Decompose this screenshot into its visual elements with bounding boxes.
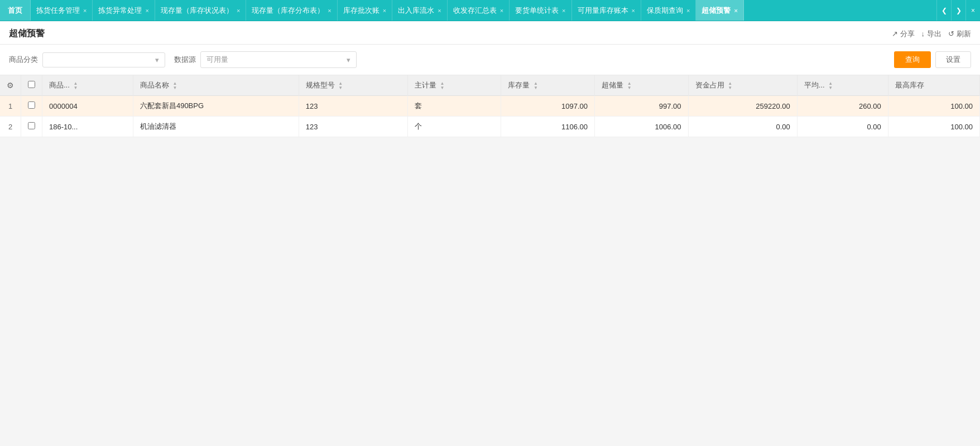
sort-icon[interactable]: ▲▼ — [728, 81, 732, 90]
refresh-icon: ↺ — [948, 30, 954, 38]
top-navigation: 首页 拣货任务管理 × 拣货异常处理 × 现存量（库存状况表） × 现存量（库存… — [0, 0, 980, 21]
refresh-button[interactable]: ↺ 刷新 — [948, 29, 971, 39]
nav-arrows: ❮ ❯ × — [936, 0, 980, 21]
stock-qty: 1097.00 — [501, 96, 595, 117]
table-row: 1 0000004 六配套新昌490BPG 123 套 1097.00 997.… — [0, 96, 980, 117]
overstock-table: ⚙ 商品... ▲▼ 商品名称 ▲▼ 规格型号 ▲▼ 主计 — [0, 75, 980, 137]
table-container: ⚙ 商品... ▲▼ 商品名称 ▲▼ 规格型号 ▲▼ 主计 — [0, 75, 980, 137]
datasource-label: 数据源 — [174, 55, 196, 65]
th-product-name: 商品名称 ▲▼ — [133, 75, 299, 96]
th-unit: 主计量 ▲▼ — [407, 75, 501, 96]
nav-item-batch[interactable]: 库存批次账 × — [338, 0, 392, 21]
unit: 套 — [407, 96, 501, 117]
nav-item-inventory-status[interactable]: 现存量（库存状况表） × — [155, 0, 246, 21]
share-icon: ↗ — [892, 30, 898, 38]
th-product-code: 商品... ▲▼ — [42, 75, 133, 96]
capital-occupation: 0.00 — [688, 117, 797, 137]
nav-item-expiry[interactable]: 保质期查询 × — [641, 0, 696, 21]
th-overstock: 超储量 ▲▼ — [595, 75, 689, 96]
row-checkbox-cell — [21, 117, 42, 137]
nav-home[interactable]: 首页 — [0, 0, 31, 21]
nav-next-button[interactable]: ❯ — [951, 0, 965, 21]
query-button[interactable]: 查询 — [894, 51, 931, 68]
datasource-select[interactable]: 可用量 ▾ — [200, 51, 357, 68]
category-label: 商品分类 — [9, 55, 38, 65]
th-avg: 平均... ▲▼ — [797, 75, 888, 96]
max-stock: 100.00 — [888, 96, 979, 117]
nav-item-usable[interactable]: 可用量库存账本 × — [572, 0, 641, 21]
filter-actions: 查询 设置 — [894, 51, 971, 68]
nav-item-overstock[interactable]: 超储预警 × — [696, 0, 743, 21]
row-number: 2 — [0, 117, 21, 137]
nav-close-all-button[interactable]: × — [965, 0, 980, 21]
category-filter-group: 商品分类 ▾ — [9, 52, 165, 67]
dropdown-arrow-icon: ▾ — [155, 56, 159, 64]
close-icon[interactable]: × — [328, 7, 331, 14]
sort-icon[interactable]: ▲▼ — [828, 81, 833, 90]
row-number: 1 — [0, 96, 21, 117]
nav-item-summary[interactable]: 收发存汇总表 × — [448, 0, 510, 21]
th-settings: ⚙ — [0, 75, 21, 96]
nav-item-inout[interactable]: 出入库流水 × — [392, 0, 447, 21]
sort-icon[interactable]: ▲▼ — [534, 81, 538, 90]
close-icon[interactable]: × — [734, 7, 737, 14]
row-checkbox[interactable] — [28, 122, 35, 129]
settings-button[interactable]: 设置 — [935, 51, 971, 68]
avg-value: 260.00 — [797, 96, 888, 117]
close-icon[interactable]: × — [500, 7, 503, 14]
spec: 123 — [299, 117, 407, 137]
close-icon[interactable]: × — [632, 7, 635, 14]
sort-icon[interactable]: ▲▼ — [338, 81, 343, 90]
table-header-row: ⚙ 商品... ▲▼ 商品名称 ▲▼ 规格型号 ▲▼ 主计 — [0, 75, 980, 96]
close-icon[interactable]: × — [145, 7, 148, 14]
product-code: 0000004 — [42, 96, 133, 117]
sort-icon[interactable]: ▲▼ — [627, 81, 632, 90]
row-checkbox[interactable] — [28, 101, 35, 109]
stock-qty: 1106.00 — [501, 117, 595, 137]
nav-item-abnormal[interactable]: 拣货异常处理 × — [93, 0, 155, 21]
product-name: 机油滤清器 — [133, 117, 299, 137]
sort-icon[interactable]: ▲▼ — [73, 81, 78, 90]
capital-occupation: 259220.00 — [688, 96, 797, 117]
max-stock: 100.00 — [888, 117, 979, 137]
close-icon[interactable]: × — [686, 7, 690, 14]
category-select[interactable]: ▾ — [42, 52, 165, 67]
th-checkbox — [21, 75, 42, 96]
overstock-qty: 1006.00 — [595, 117, 689, 137]
header-actions: ↗ 分享 ↓ 导出 ↺ 刷新 — [892, 29, 972, 39]
close-icon[interactable]: × — [83, 7, 87, 14]
th-stock: 库存量 ▲▼ — [501, 75, 595, 96]
close-icon[interactable]: × — [237, 7, 240, 14]
datasource-value: 可用量 — [206, 55, 228, 65]
product-code: 186-10... — [42, 117, 133, 137]
th-max-stock: 最高库存 — [888, 75, 979, 96]
export-button[interactable]: ↓ 导出 — [921, 29, 942, 39]
th-capital: 资金占用 ▲▼ — [688, 75, 797, 96]
datasource-filter-group: 数据源 可用量 ▾ — [174, 51, 357, 68]
page-title: 超储预警 — [9, 28, 45, 40]
th-spec: 规格型号 ▲▼ — [299, 75, 407, 96]
overstock-qty: 997.00 — [595, 96, 689, 117]
filter-area: 商品分类 ▾ 数据源 可用量 ▾ 查询 设置 — [0, 45, 980, 75]
close-icon[interactable]: × — [383, 7, 386, 14]
export-icon: ↓ — [921, 30, 925, 38]
sort-icon[interactable]: ▲▼ — [173, 81, 177, 90]
avg-value: 0.00 — [797, 117, 888, 137]
row-checkbox-cell — [21, 96, 42, 117]
spec: 123 — [299, 96, 407, 117]
select-all-checkbox[interactable] — [28, 81, 35, 88]
sort-icon[interactable]: ▲▼ — [440, 81, 445, 90]
table-row: 2 186-10... 机油滤清器 123 个 1106.00 1006.00 … — [0, 117, 980, 137]
page-header: 超储预警 ↗ 分享 ↓ 导出 ↺ 刷新 — [0, 21, 980, 45]
close-icon[interactable]: × — [562, 7, 565, 14]
status-bar — [0, 137, 980, 140]
share-button[interactable]: ↗ 分享 — [892, 29, 915, 39]
nav-item-inventory-dist[interactable]: 现存量（库存分布表） × — [246, 0, 337, 21]
dropdown-arrow-icon: ▾ — [347, 56, 350, 64]
gear-icon[interactable]: ⚙ — [7, 81, 14, 90]
close-icon[interactable]: × — [438, 7, 441, 14]
product-name: 六配套新昌490BPG — [133, 96, 299, 117]
nav-item-task-mgmt[interactable]: 拣货任务管理 × — [31, 0, 93, 21]
nav-item-demand[interactable]: 要货单统计表 × — [510, 0, 571, 21]
nav-prev-button[interactable]: ❮ — [936, 0, 951, 21]
